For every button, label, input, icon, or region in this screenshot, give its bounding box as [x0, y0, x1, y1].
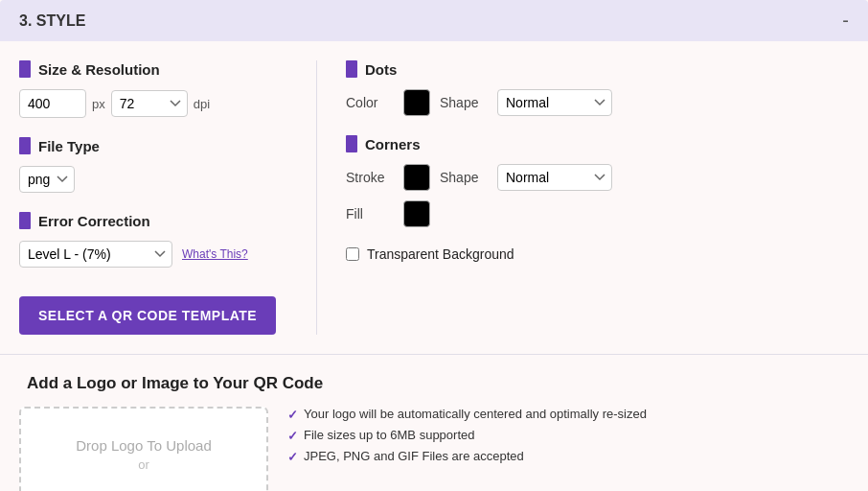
right-column: Dots Color Shape Normal Rounded Classy C…	[316, 60, 849, 335]
error-correction-section: Error Correction Level L - (7%) Level M …	[19, 212, 297, 268]
drop-zone-or: or	[138, 457, 149, 472]
check-icon-2: ✓	[287, 429, 298, 443]
logo-info-item-1: ✓ Your logo will be automatically center…	[287, 407, 849, 422]
main-content: Size & Resolution px 72 96 150 300 dpi F…	[0, 41, 868, 354]
flag-icon-filetype	[19, 137, 31, 154]
dots-color-label: Color	[346, 95, 394, 110]
section-header: 3. STYLE -	[0, 0, 868, 41]
dots-label: Dots	[346, 60, 849, 78]
transparent-bg-checkbox[interactable]	[346, 247, 359, 261]
check-icon-1: ✓	[287, 408, 298, 422]
corners-stroke-row: Stroke Shape Normal Square Extra Rounded…	[346, 164, 849, 191]
file-type-row: png jpg svg pdf	[19, 166, 297, 193]
left-column: Size & Resolution px 72 96 150 300 dpi F…	[19, 60, 316, 335]
logo-info-item-2: ✓ File sizes up to 6MB supported	[287, 428, 849, 443]
logo-info: ✓ Your logo will be automatically center…	[287, 407, 849, 470]
section-title: 3. STYLE	[19, 12, 85, 30]
dots-shape-label: Shape	[440, 95, 488, 110]
size-resolution-section: Size & Resolution px 72 96 150 300 dpi	[19, 60, 297, 118]
dpi-label: dpi	[194, 97, 210, 111]
error-correction-row: Level L - (7%) Level M - (15%) Level Q -…	[19, 241, 297, 268]
dots-section: Dots Color Shape Normal Rounded Classy C…	[346, 60, 849, 116]
dpi-select[interactable]: 72 96 150 300	[111, 90, 188, 117]
dots-color-shape-row: Color Shape Normal Rounded Classy Classy…	[346, 89, 849, 116]
dots-shape-select[interactable]: Normal Rounded Classy Classy Rounded Squ…	[497, 89, 612, 116]
corners-fill-row: Fill	[346, 200, 849, 227]
corners-stroke-label: Stroke	[346, 170, 394, 185]
file-type-label: File Type	[19, 137, 297, 154]
flag-icon-dots	[346, 60, 357, 78]
drop-zone-text: Drop Logo To Upload	[76, 437, 212, 454]
logo-info-text-3: JPEG, PNG and GIF Files are accepted	[304, 449, 524, 463]
error-correction-select[interactable]: Level L - (7%) Level M - (15%) Level Q -…	[19, 241, 172, 268]
flag-icon-corners	[346, 135, 357, 152]
width-input[interactable]	[19, 89, 86, 118]
dots-color-swatch[interactable]	[403, 89, 430, 116]
add-logo-content: Drop Logo To Upload or ✓ Your logo will …	[19, 407, 849, 491]
flag-icon-error	[19, 212, 31, 229]
file-type-section: File Type png jpg svg pdf	[19, 137, 297, 193]
corners-section: Corners Stroke Shape Normal Square Extra…	[346, 135, 849, 227]
corners-label: Corners	[346, 135, 849, 152]
add-logo-title: Add a Logo or Image to Your QR Code	[27, 374, 323, 393]
corners-stroke-color-swatch[interactable]	[403, 164, 430, 191]
error-correction-label: Error Correction	[19, 212, 297, 229]
transparent-bg-row: Transparent Background	[346, 246, 849, 262]
check-icon-3: ✓	[287, 450, 298, 464]
px-label: px	[92, 97, 105, 111]
file-type-select[interactable]: png jpg svg pdf	[19, 166, 75, 193]
corners-fill-label: Fill	[346, 206, 394, 222]
size-resolution-row: px 72 96 150 300 dpi	[19, 89, 297, 118]
corners-shape-select[interactable]: Normal Square Extra Rounded Dot	[497, 164, 612, 191]
add-logo-section: Add a Logo or Image to Your QR Code Drop…	[0, 354, 868, 491]
logo-info-text-1: Your logo will be automatically centered…	[304, 407, 647, 421]
corners-fill-color-swatch[interactable]	[403, 200, 430, 227]
transparent-bg-label[interactable]: Transparent Background	[367, 246, 514, 262]
collapse-button[interactable]: -	[842, 10, 849, 32]
drop-zone[interactable]: Drop Logo To Upload or	[19, 407, 268, 491]
select-template-button[interactable]: SELECT A QR CODE TEMPLATE	[19, 296, 276, 335]
corners-shape-label: Shape	[440, 170, 488, 185]
whats-this-link[interactable]: What's This?	[182, 247, 248, 261]
flag-icon-size	[19, 60, 31, 78]
logo-info-text-2: File sizes up to 6MB supported	[304, 428, 474, 442]
add-logo-header: Add a Logo or Image to Your QR Code	[19, 374, 849, 393]
size-resolution-label: Size & Resolution	[19, 60, 297, 78]
logo-info-item-3: ✓ JPEG, PNG and GIF Files are accepted	[287, 449, 849, 464]
